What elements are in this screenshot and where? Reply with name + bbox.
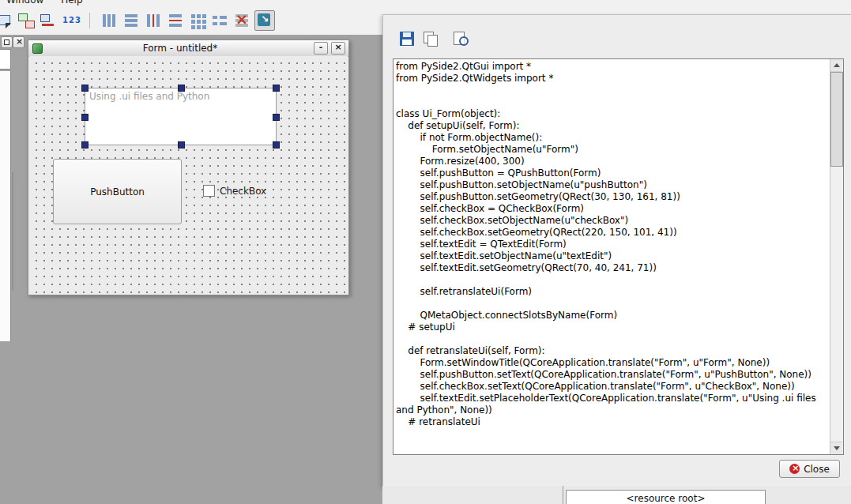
- textedit-placeholder: Using .ui files and Python: [89, 91, 209, 102]
- widgetbox-filter-fragment[interactable]: [0, 49, 11, 70]
- layout-grid-icon[interactable]: [188, 11, 207, 30]
- edit-widgets-icon[interactable]: [0, 11, 13, 30]
- menu-window[interactable]: Window: [6, 0, 43, 6]
- selection-handle[interactable]: [81, 114, 88, 121]
- selection-handle[interactable]: [273, 141, 280, 149]
- toolbar-separator: [89, 13, 90, 28]
- dock-splitter[interactable]: [12, 172, 13, 291]
- edit-tab-order-icon[interactable]: [61, 11, 80, 30]
- code-view[interactable]: from PySide2.QtGui import * from PySide2…: [393, 58, 844, 455]
- textedit-widget[interactable]: Using .ui files and Python: [85, 88, 277, 145]
- form-editor-window: Form - untitled* - × Using .ui files and…: [28, 39, 349, 295]
- find-icon[interactable]: [451, 29, 470, 48]
- form-window-icon: [32, 43, 43, 54]
- close-circle-icon: [789, 464, 800, 474]
- panel-divider: [563, 486, 563, 504]
- checkbox-label: CheckBox: [220, 186, 266, 197]
- layout-vertically-icon[interactable]: [122, 11, 141, 30]
- selection-handle[interactable]: [273, 114, 280, 121]
- pushbutton-widget[interactable]: PushButton: [53, 159, 182, 224]
- selection-handle[interactable]: [81, 141, 88, 149]
- adjust-size-icon[interactable]: [254, 10, 275, 31]
- dialog-close-button[interactable]: Close: [779, 460, 840, 478]
- code-dialog-toolbar: [397, 28, 470, 50]
- form-canvas[interactable]: Using .ui files and Python PushButton Ch…: [29, 56, 348, 294]
- break-layout-icon[interactable]: [232, 11, 251, 30]
- layout-splitter-horizontal-icon[interactable]: [144, 11, 163, 30]
- selection-handle[interactable]: [178, 85, 185, 92]
- edit-buddies-icon[interactable]: [39, 11, 58, 30]
- menubar: Window Help: [6, 0, 97, 6]
- layout-form-icon[interactable]: [210, 11, 229, 30]
- selection-handle[interactable]: [273, 85, 280, 92]
- scroll-down-icon[interactable]: [830, 442, 842, 454]
- layout-splitter-vertical-icon[interactable]: [166, 11, 185, 30]
- form-close-button[interactable]: ×: [331, 42, 345, 55]
- save-icon[interactable]: [397, 29, 416, 48]
- menu-help[interactable]: Help: [61, 0, 82, 6]
- edit-signals-slots-icon[interactable]: [17, 11, 36, 30]
- scroll-up-icon[interactable]: [830, 59, 842, 72]
- close-button-label: Close: [804, 464, 830, 475]
- form-minimize-button[interactable]: -: [314, 42, 328, 55]
- resource-root-label: <resource root>: [627, 493, 706, 504]
- bottom-panel-fragment: <resource root>: [382, 486, 851, 504]
- dock-float-icon[interactable]: [1, 36, 13, 48]
- copy-icon[interactable]: [421, 29, 440, 48]
- form-window-titlebar[interactable]: Form - untitled* - ×: [28, 40, 348, 57]
- scrollbar-thumb[interactable]: [830, 72, 843, 167]
- checkbox-indicator[interactable]: [203, 185, 215, 197]
- code-text: from PySide2.QtGui import * from PySide2…: [396, 61, 829, 428]
- selection-handle[interactable]: [81, 85, 88, 92]
- widgetbox-panel-fragment: [0, 71, 11, 341]
- layout-horizontally-icon[interactable]: [100, 11, 119, 30]
- form-window-title: Form - untitled*: [47, 43, 314, 54]
- qt-designer-screen: Window Help Form - untitled* - × Using .…: [0, 0, 851, 504]
- toolbar: [2, 9, 275, 32]
- dock-close-icon[interactable]: [13, 36, 24, 48]
- selection-handle[interactable]: [178, 141, 185, 149]
- checkbox-widget[interactable]: CheckBox: [203, 175, 283, 207]
- code-preview-dialog: from PySide2.QtGui import * from PySide2…: [382, 14, 851, 487]
- vertical-scrollbar[interactable]: [830, 59, 843, 454]
- resource-root-item[interactable]: <resource root>: [566, 490, 766, 504]
